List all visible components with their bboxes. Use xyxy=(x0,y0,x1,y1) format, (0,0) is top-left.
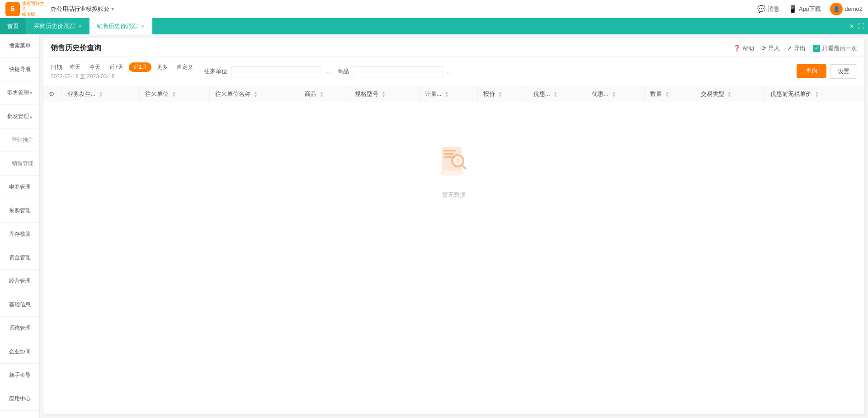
tab-home[interactable]: 首页 xyxy=(0,18,27,34)
sidebar-item-sales-mgmt[interactable]: 销售管理 xyxy=(0,152,39,176)
col-partner-name[interactable]: 往来单位名称 ▲▼ xyxy=(209,86,299,102)
date-btn-last1m[interactable]: 近1月 xyxy=(129,62,152,72)
sort-arrows-icon: ▲▼ xyxy=(172,91,176,98)
date-btn-today[interactable]: 今天 xyxy=(86,62,104,72)
sidebar-app-center-label: 应用中心 xyxy=(9,395,31,403)
empty-state-text: 暂无数据 xyxy=(442,191,466,199)
svg-rect-3 xyxy=(443,153,454,155)
account-dropdown[interactable]: 办公用品行业模拟账套 ▾ xyxy=(51,5,114,13)
tab-home-label: 首页 xyxy=(7,22,19,30)
date-filter-label: 日期 xyxy=(51,63,62,71)
col-unit[interactable]: 计量... ▲▼ xyxy=(419,86,477,102)
partner-filter-group: 往来单位 ··· xyxy=(204,66,330,77)
sort-arrows-icon: ▲▼ xyxy=(498,91,502,98)
sidebar-search-menu-label: 搜索菜单 xyxy=(9,42,31,50)
settings-button[interactable]: 设置 xyxy=(830,64,857,79)
sort-arrows-icon: ▲▼ xyxy=(612,91,616,98)
help-icon: ❓ xyxy=(733,45,741,52)
sort-arrows-icon: ▲▼ xyxy=(382,91,386,98)
export-button[interactable]: ↗ 导出 xyxy=(787,44,806,52)
svg-rect-2 xyxy=(443,150,456,152)
close-purchase-tab-icon[interactable]: ✕ xyxy=(78,24,82,29)
export-label: 导出 xyxy=(794,44,806,52)
date-btn-custom[interactable]: 自定义 xyxy=(173,62,197,72)
chevron-down-icon: ▾ xyxy=(30,90,32,96)
user-menu[interactable]: 👤 demo2 xyxy=(830,3,863,15)
message-button[interactable]: 💬 消息 xyxy=(757,5,779,13)
sidebar-item-system-mgmt[interactable]: 系统管理 xyxy=(0,317,39,340)
sidebar-item-quick-nav[interactable]: 快捷导航 xyxy=(0,58,39,81)
sort-arrows-icon: ▲▼ xyxy=(727,91,731,98)
date-filter-section: 日期 昨天 今天 近7天 近1月 更多 自定义 2023-02-18 至 202… xyxy=(51,62,197,81)
sidebar-item-enterprise-collab[interactable]: 企业协同 xyxy=(0,340,39,364)
download-icon: 📱 xyxy=(788,5,797,13)
query-button[interactable]: 查询 xyxy=(797,64,826,78)
sidebar-item-capital-mgmt[interactable]: 资金管理 xyxy=(0,246,39,270)
col-trade-type[interactable]: 交易类型 ▲▼ xyxy=(695,86,765,102)
tabbar: 首页 采购历史价跟踪 ✕ 销售历史价跟踪 ✕ ✕ ⛶ xyxy=(0,18,868,34)
svg-text:?: ? xyxy=(456,158,459,164)
partner-filter-label: 往来单位 xyxy=(204,67,227,76)
sidebar-quick-nav-label: 快捷导航 xyxy=(9,66,31,73)
table-container: ⚙ 业务发生... ▲▼ 往来单位 ▲▼ 往来单位名称 xyxy=(43,86,864,414)
col-spec[interactable]: 规格型号 ▲▼ xyxy=(349,86,419,102)
sidebar-item-beginner-guide[interactable]: 新手引导 xyxy=(0,364,39,387)
tab-purchase-history-label: 采购历史价跟踪 xyxy=(34,22,75,30)
help-label: 帮助 xyxy=(742,44,754,52)
close-sales-tab-icon[interactable]: ✕ xyxy=(141,24,145,29)
content-area: 销售历史价查询 ❓ 帮助 ⟳ 导入 ↗ 导出 ✓ xyxy=(40,34,868,418)
topbar: 6 畅捷通好生意标准版 办公用品行业模拟账套 ▾ 💬 消息 📱 App下载 👤 … xyxy=(0,0,868,18)
import-label: 导入 xyxy=(768,44,780,52)
col-partner-code[interactable]: 往来单位 ▲▼ xyxy=(140,86,210,102)
only-last-toggle[interactable]: ✓ 只看最后一次 xyxy=(813,44,857,52)
sidebar-item-enterprise-wechat[interactable]: 企业微信 xyxy=(0,411,39,418)
sidebar-enterprise-label: 企业协同 xyxy=(9,348,31,356)
gear-icon: ⚙ xyxy=(49,90,55,98)
sidebar-item-app-center[interactable]: 应用中心 xyxy=(0,387,39,411)
page-header: 销售历史价查询 ❓ 帮助 ⟳ 导入 ↗ 导出 ✓ xyxy=(43,38,864,57)
sidebar-item-ecommerce-mgmt[interactable]: 电商管理 xyxy=(0,176,39,199)
import-button[interactable]: ⟳ 导入 xyxy=(761,44,780,52)
partner-lookup-icon[interactable]: ··· xyxy=(325,68,330,75)
avatar: 👤 xyxy=(830,3,843,15)
sidebar-item-retail-mgmt[interactable]: 零售管理 ▾ xyxy=(0,81,39,105)
account-name: 办公用品行业模拟账套 xyxy=(51,5,109,13)
sort-arrows-icon: ▲▼ xyxy=(320,91,323,98)
date-btn-yesterday[interactable]: 昨天 xyxy=(66,62,84,72)
sidebar-item-marketing-promo[interactable]: 营销推广 xyxy=(0,128,39,152)
col-quote[interactable]: 报价 ▲▼ xyxy=(477,86,528,102)
page-title: 销售历史价查询 xyxy=(51,43,101,53)
sidebar-item-operations-mgmt[interactable]: 经营管理 xyxy=(0,270,39,293)
help-button[interactable]: ❓ 帮助 xyxy=(733,44,754,52)
sidebar-ecommerce-label: 电商管理 xyxy=(9,183,31,191)
col-goods[interactable]: 商品 ▲▼ xyxy=(299,86,349,102)
col-biz-date[interactable]: 业务发生... ▲▼ xyxy=(61,86,140,102)
goods-input[interactable] xyxy=(353,66,443,77)
date-shortcuts-group: 日期 昨天 今天 近7天 近1月 更多 自定义 xyxy=(51,62,197,72)
date-btn-more[interactable]: 更多 xyxy=(153,62,171,72)
col-pre-tax[interactable]: 优惠前无税单价 ▲▼ xyxy=(765,86,864,102)
maximize-icon[interactable]: ⛶ xyxy=(858,23,864,30)
window-controls: ✕ ⛶ xyxy=(845,18,868,34)
sidebar-item-purchase-mgmt[interactable]: 采购管理 xyxy=(0,199,39,223)
sidebar-basic-label: 基础信息 xyxy=(9,301,31,309)
tab-purchase-history[interactable]: 采购历史价跟踪 ✕ xyxy=(27,18,90,34)
app-download-button[interactable]: 📱 App下载 xyxy=(788,5,821,13)
col-discount1[interactable]: 优惠... ▲▼ xyxy=(528,86,586,102)
logo: 6 畅捷通好生意标准版 xyxy=(5,1,45,17)
sidebar-item-wholesale-mgmt[interactable]: 批发管理 ▴ xyxy=(0,105,39,128)
sidebar-item-search-menu[interactable]: 搜索菜单 xyxy=(0,34,39,58)
col-qty[interactable]: 数量 ▲▼ xyxy=(645,86,695,102)
close-window-icon[interactable]: ✕ xyxy=(849,23,854,30)
sidebar-item-inventory-check[interactable]: 库存核算 xyxy=(0,223,39,246)
partner-input[interactable] xyxy=(231,66,321,77)
tab-sales-history[interactable]: 销售历史价跟踪 ✕ xyxy=(90,18,152,34)
col-discount2[interactable]: 优惠... ▲▼ xyxy=(586,86,645,102)
col-gear[interactable]: ⚙ xyxy=(43,86,61,102)
empty-illustration: ? xyxy=(431,138,476,184)
sidebar-item-basic-info[interactable]: 基础信息 xyxy=(0,293,39,317)
goods-lookup-icon[interactable]: ··· xyxy=(447,68,452,75)
date-btn-last7[interactable]: 近7天 xyxy=(106,62,127,72)
sidebar-inventory-label: 库存核算 xyxy=(9,230,31,238)
chevron-up-icon: ▴ xyxy=(30,114,32,120)
